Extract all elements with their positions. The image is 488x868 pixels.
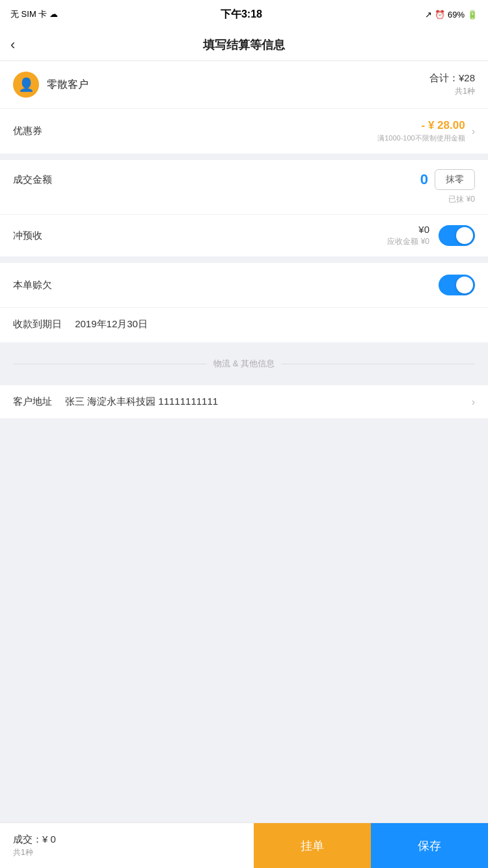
coupon-right: - ¥ 28.00 满1000-100不限制使用金额 › xyxy=(377,119,475,143)
logistics-section: 物流 & 其他信息 xyxy=(0,349,488,379)
save-button[interactable]: 保存 xyxy=(371,823,488,869)
precollect-right: ¥0 应收金额 ¥0 xyxy=(387,224,475,247)
customer-left: 👤 零散客户 xyxy=(13,72,88,98)
avatar-icon: 👤 xyxy=(18,77,34,92)
receivable-amount: 应收金额 ¥0 xyxy=(387,236,429,247)
divider-line-left xyxy=(13,364,207,364)
footer-info: 成交：¥ 0 共1种 xyxy=(0,834,254,858)
coupon-row[interactable]: 优惠券 - ¥ 28.00 满1000-100不限制使用金额 › xyxy=(0,108,488,154)
transaction-label: 成交金额 xyxy=(13,174,52,186)
due-date-row: 收款到期日 2019年12月30日 xyxy=(0,307,488,342)
discount-amount: - ¥ 28.00 xyxy=(377,119,465,132)
content-area: 👤 零散客户 合计：¥28 共1种 优惠券 - ¥ 28.00 满1000-10… xyxy=(0,61,488,477)
toggle-knob xyxy=(456,227,473,244)
debt-toggle-knob xyxy=(456,277,473,293)
total-amount: 合计：¥28 xyxy=(429,72,475,85)
footer-count: 共1种 xyxy=(13,847,241,858)
chevron-right-icon: › xyxy=(472,126,475,137)
address-value: 张三 海淀永丰科技园 11111111111 xyxy=(65,396,472,408)
logistics-label: 物流 & 其他信息 xyxy=(213,358,275,370)
avatar: 👤 xyxy=(13,72,39,98)
customer-card: 👤 零散客户 合计：¥28 共1种 优惠券 - ¥ 28.00 满1000-10… xyxy=(0,61,488,154)
precollect-values: ¥0 应收金额 ¥0 xyxy=(387,224,429,247)
customer-name: 零散客户 xyxy=(47,78,88,92)
coupon-label: 优惠券 xyxy=(13,125,42,137)
status-bar: 无 SIM 卡 ☁ 下午3:18 ↗ ⏰ 69% 🔋 xyxy=(0,0,488,29)
debt-toggle[interactable] xyxy=(439,275,475,295)
footer-deal-amount: 成交：¥ 0 xyxy=(13,834,241,846)
address-section: 客户地址 张三 海淀永丰科技园 11111111111 › xyxy=(0,385,488,418)
precollect-label: 冲预收 xyxy=(13,230,42,242)
alarm-icon: ⏰ xyxy=(435,10,445,20)
debt-label: 本单赊欠 xyxy=(13,279,52,292)
precollect-toggle[interactable] xyxy=(439,225,475,246)
discount-desc: 满1000-100不限制使用金额 xyxy=(377,133,465,143)
location-icon: ↗ xyxy=(425,10,432,20)
precollect-row: 冲预收 ¥0 应收金额 ¥0 xyxy=(0,214,488,256)
back-button[interactable]: ‹ xyxy=(10,36,15,53)
status-left: 无 SIM 卡 ☁ xyxy=(10,8,58,20)
transaction-right: 0 抹零 xyxy=(420,169,475,190)
divider-line-right xyxy=(281,364,475,364)
total-count: 共1种 xyxy=(429,86,475,97)
due-date-label: 收款到期日 xyxy=(13,318,62,329)
hold-button[interactable]: 挂单 xyxy=(254,823,371,869)
footer: 成交：¥ 0 共1种 挂单 保存 xyxy=(0,822,488,868)
nav-bar: ‹ 填写结算等信息 xyxy=(0,29,488,61)
status-time: 下午3:18 xyxy=(221,8,262,21)
logistics-divider: 物流 & 其他信息 xyxy=(0,349,488,379)
already-rounded: 已抹 ¥0 xyxy=(0,194,488,214)
address-label: 客户地址 xyxy=(13,396,59,408)
page-title: 填写结算等信息 xyxy=(203,37,285,53)
coupon-values: - ¥ 28.00 满1000-100不限制使用金额 xyxy=(377,119,465,143)
battery-icon: 🔋 xyxy=(467,10,478,20)
round-zero-button[interactable]: 抹零 xyxy=(435,169,475,190)
precollect-amount: ¥0 xyxy=(387,224,429,235)
due-date-value: 2019年12月30日 xyxy=(75,318,148,329)
customer-right: 合计：¥28 共1种 xyxy=(429,72,475,97)
status-right: ↗ ⏰ 69% 🔋 xyxy=(425,10,478,20)
debt-section: 本单赊欠 收款到期日 2019年12月30日 xyxy=(0,263,488,342)
no-sim-text: 无 SIM 卡 ☁ xyxy=(10,8,58,20)
debt-row: 本单赊欠 xyxy=(0,263,488,307)
address-chevron-icon: › xyxy=(472,396,475,408)
transaction-value: 0 xyxy=(420,171,428,188)
amount-section: 成交金额 0 抹零 已抹 ¥0 冲预收 ¥0 应收金额 ¥0 xyxy=(0,160,488,256)
battery-text: 69% xyxy=(448,10,465,20)
amount-row: 成交金额 0 抹零 xyxy=(0,160,488,194)
customer-row: 👤 零散客户 合计：¥28 共1种 xyxy=(0,61,488,108)
address-row[interactable]: 客户地址 张三 海淀永丰科技园 11111111111 › xyxy=(0,385,488,418)
